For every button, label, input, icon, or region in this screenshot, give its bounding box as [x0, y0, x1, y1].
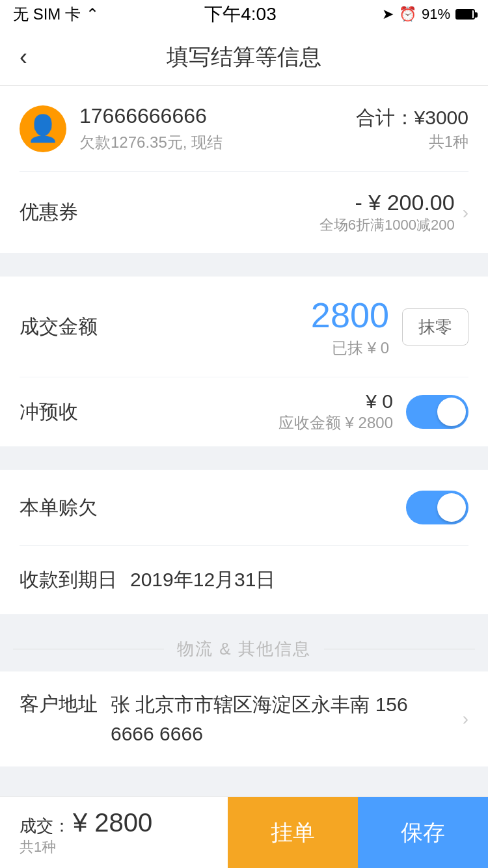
debt-toggle[interactable]: [406, 491, 468, 524]
alarm-icon: ⏰: [399, 6, 416, 23]
bottom-deal: 成交： ¥ 2800 共1种: [0, 808, 228, 857]
prereceive-amount: ¥ 0: [366, 390, 393, 413]
customer-sub: 欠款1276.35元, 现结: [79, 132, 223, 153]
total-count: 共1种: [356, 131, 468, 152]
prereceive-sub: 应收金额 ¥ 2800: [278, 413, 393, 433]
gray-sep-1: [0, 265, 488, 277]
hang-button[interactable]: 挂单: [228, 797, 358, 869]
customer-left: 👤 17666666666 欠款1276.35元, 现结: [20, 104, 223, 153]
logistics-line-left: [13, 649, 164, 649]
customer-section: 👤 17666666666 欠款1276.35元, 现结 合计：¥3000 共1…: [0, 86, 488, 253]
bottom-deal-amount: ¥ 2800: [73, 808, 152, 837]
prereceive-label: 冲预收: [20, 399, 78, 426]
duedate-label: 收款到期日: [20, 567, 117, 593]
page-title: 填写结算等信息: [167, 42, 321, 72]
customer-info: 17666666666 欠款1276.35元, 现结: [79, 104, 223, 153]
coupon-row[interactable]: 优惠券 - ¥ 200.00 全场6折满1000减200 ›: [0, 172, 488, 253]
address-label: 客户地址: [20, 691, 98, 718]
gray-sep-2: [0, 458, 488, 470]
amount-label: 成交金额: [20, 314, 98, 340]
save-button[interactable]: 保存: [358, 797, 488, 869]
bottom-deal-count: 共1种: [20, 837, 208, 857]
debt-section: 本单赊欠 收款到期日 2019年12月31日: [0, 470, 488, 614]
status-time: 下午4:03: [204, 2, 277, 27]
debt-row: 本单赊欠: [0, 470, 488, 545]
location-icon: ➤: [382, 6, 394, 23]
battery-text: 91%: [422, 6, 450, 23]
battery-icon: [455, 9, 475, 20]
coupon-desc: 全场6折满1000减200: [319, 215, 455, 235]
coupon-right: - ¥ 200.00 全场6折满1000减200 ›: [319, 190, 468, 235]
prereceive-value-wrap: ¥ 0 应收金额 ¥ 2800: [278, 390, 393, 433]
back-button[interactable]: ‹: [20, 44, 27, 71]
coupon-value-wrap: - ¥ 200.00 全场6折满1000减200: [319, 190, 455, 235]
status-bar: 无 SIM 卡 ⌃ 下午4:03 ➤ ⏰ 91%: [0, 0, 488, 29]
customer-total: 合计：¥3000 共1种: [356, 105, 468, 152]
avatar: 👤: [20, 105, 66, 152]
user-icon: 👤: [27, 113, 59, 144]
address-row[interactable]: 客户地址 张 北京市市辖区海淀区永丰南 156 6666 6666 ›: [0, 671, 488, 766]
prereceive-right: ¥ 0 应收金额 ¥ 2800: [278, 390, 468, 433]
logistics-line-right: [324, 649, 475, 649]
amount-row: 成交金额 2800 已抹 ¥ 0 抹零: [0, 277, 488, 377]
toggle-knob: [437, 398, 466, 426]
amount-sub: 已抹 ¥ 0: [332, 338, 389, 359]
amount-right-wrap: 2800 已抹 ¥ 0: [311, 295, 389, 359]
address-value: 张 北京市市辖区海淀区永丰南 156 6666 6666: [111, 690, 456, 748]
customer-phone: 17666666666: [79, 104, 223, 128]
bottom-deal-label: 成交：: [20, 815, 70, 837]
customer-row: 👤 17666666666 欠款1276.35元, 现结 合计：¥3000 共1…: [0, 86, 488, 171]
prereceive-toggle[interactable]: [406, 395, 468, 429]
amount-section: 成交金额 2800 已抹 ¥ 0 抹零 冲预收 ¥ 0 应收金额 ¥ 2800: [0, 277, 488, 446]
sim-text: 无 SIM 卡: [13, 4, 81, 25]
round-button[interactable]: 抹零: [402, 308, 468, 346]
wifi-icon: ⌃: [86, 5, 99, 23]
bottom-bar: 成交： ¥ 2800 共1种 挂单 保存: [0, 796, 488, 868]
address-chevron-icon: ›: [463, 709, 468, 729]
total-amount: 合计：¥3000: [356, 105, 468, 131]
address-section: 客户地址 张 北京市市辖区海淀区永丰南 156 6666 6666 ›: [0, 671, 488, 766]
amount-right: 2800 已抹 ¥ 0 抹零: [311, 295, 468, 359]
amount-value: 2800: [311, 295, 389, 335]
logistics-text: 物流 & 其他信息: [177, 638, 311, 660]
logistics-separator: 物流 & 其他信息: [0, 626, 488, 671]
status-right: ➤ ⏰ 91%: [382, 6, 475, 23]
status-left: 无 SIM 卡 ⌃: [13, 4, 99, 25]
coupon-label: 优惠券: [20, 199, 78, 226]
coupon-discount: - ¥ 200.00: [355, 190, 455, 215]
nav-bar: ‹ 填写结算等信息: [0, 29, 488, 86]
chevron-right-icon: ›: [463, 202, 468, 223]
prereceive-row: 冲预收 ¥ 0 应收金额 ¥ 2800: [0, 377, 488, 446]
duedate-value: 2019年12月31日: [130, 567, 275, 593]
duedate-row: 收款到期日 2019年12月31日: [0, 546, 488, 614]
debt-label: 本单赊欠: [20, 495, 98, 521]
debt-toggle-knob: [437, 493, 466, 522]
